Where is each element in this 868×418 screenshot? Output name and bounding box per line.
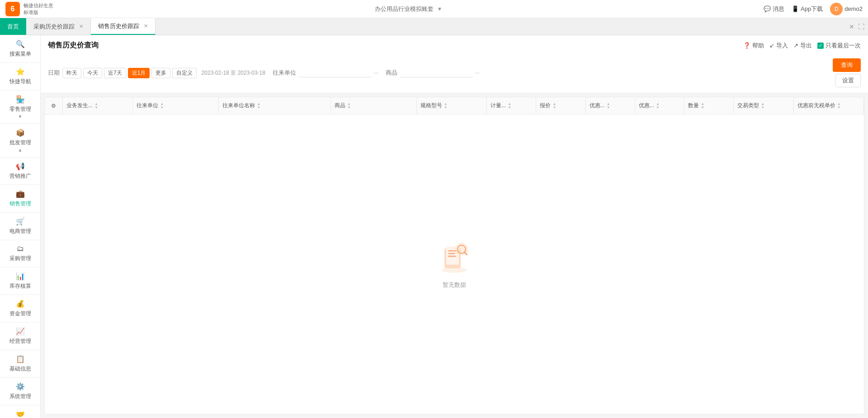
- sidebar-item-sales-mgmt[interactable]: 💼 销售管理: [0, 185, 40, 213]
- date-buttons: 昨天 今天 近7天 近1月 更多 自定义: [62, 68, 197, 78]
- main-layout: 🔍 搜索菜单 ⭐ 快捷导航 🏪 零售管理 ▼ 📦 批发管理 ▲ 📢 营销推广 💼…: [0, 35, 868, 418]
- date-yesterday[interactable]: 昨天: [62, 68, 81, 78]
- sidebar-purchase-label: 采购管理: [9, 255, 31, 262]
- sidebar-inventory-label: 库存核算: [9, 282, 31, 290]
- ecommerce-icon: 🛒: [16, 217, 25, 226]
- tab-bar: 首页 采购历史价跟踪 ✕ 销售历史价跟踪 ✕ ✕ ⛶: [0, 18, 868, 35]
- th-notax-price[interactable]: 优惠前无税单价 ▲▼: [794, 97, 864, 114]
- message-button[interactable]: 💬 消息: [764, 5, 784, 13]
- basic-icon: 📋: [16, 355, 25, 363]
- header-right: 💬 消息 📱 App下载 D demo2: [764, 3, 863, 15]
- sidebar-item-retail[interactable]: 🏪 零售管理 ▼: [0, 90, 40, 124]
- th-price[interactable]: 报价 ▲▼: [536, 97, 585, 114]
- tab-home[interactable]: 首页: [0, 18, 26, 35]
- wholesale-icon: 📦: [16, 128, 25, 137]
- svg-rect-5: [448, 256, 456, 257]
- only-last-checkbox[interactable]: ✓ 只看最后一次: [817, 42, 861, 50]
- date-1month[interactable]: 近1月: [128, 68, 150, 78]
- checkbox-checked-icon: ✓: [817, 43, 824, 49]
- product-filter-label: 商品: [386, 69, 397, 77]
- th-settings[interactable]: ⚙: [45, 97, 63, 114]
- page-actions: ❓ 帮助 ↙ 导入 ↗ 导出 ✓ 只看最后一次: [743, 42, 861, 50]
- th-product[interactable]: 商品 ▲▼: [331, 97, 417, 114]
- purchase-history-tab-label: 采购历史价跟踪: [33, 23, 75, 31]
- tab-close-all-icon[interactable]: ✕: [849, 23, 854, 30]
- enterprise-icon: 🤝: [16, 410, 25, 418]
- sidebar-item-business[interactable]: 📈 经营管理: [0, 323, 40, 350]
- search-icon: 🔍: [16, 40, 25, 48]
- sidebar-item-search[interactable]: 🔍 搜索菜单: [0, 35, 40, 63]
- date-range-text: 2023-02-18 至 2023-03-18: [201, 69, 265, 77]
- th-disc2[interactable]: 优惠... ▲▼: [635, 97, 684, 114]
- business-icon: 📈: [16, 327, 25, 336]
- tab-purchase-close-icon[interactable]: ✕: [79, 24, 83, 29]
- account-dropdown-icon[interactable]: ▼: [437, 6, 443, 12]
- sidebar-item-ecommerce[interactable]: 🛒 电商管理: [0, 213, 40, 240]
- page-header: 销售历史价查询 ❓ 帮助 ↙ 导入 ↗ 导出 ✓: [41, 35, 868, 93]
- tab-sales-history[interactable]: 销售历史价跟踪 ✕: [91, 18, 156, 35]
- sort-disc2-icon: ▲▼: [656, 102, 660, 109]
- retail-arrow-icon: ▼: [18, 114, 23, 119]
- date-filter-label: 日期: [48, 69, 60, 77]
- date-7days[interactable]: 近7天: [104, 68, 126, 78]
- phone-icon: 📱: [792, 5, 799, 12]
- finance-icon: 💰: [16, 299, 25, 308]
- export-button[interactable]: ↗ 导出: [793, 42, 812, 50]
- th-partner-name[interactable]: 往来单位名称 ▲▼: [219, 97, 331, 114]
- logo-text: 畅捷信好生意 标准版: [24, 2, 53, 15]
- th-partner[interactable]: 往来单位 ▲▼: [133, 97, 219, 114]
- sort-unit-icon: ▲▼: [508, 102, 511, 109]
- settings-button[interactable]: 设置: [835, 74, 861, 87]
- sidebar-item-basic[interactable]: 📋 基础信息: [0, 350, 40, 378]
- help-button[interactable]: ❓ 帮助: [743, 42, 764, 50]
- sidebar-item-enterprise[interactable]: 🤝 企业协同: [0, 405, 40, 418]
- import-button[interactable]: ↙ 导入: [769, 42, 788, 50]
- partner-input[interactable]: [299, 68, 371, 77]
- sort-product-icon: ▲▼: [347, 102, 351, 109]
- th-disc1[interactable]: 优惠... ▲▼: [586, 97, 635, 114]
- date-filter: 日期 昨天 今天 近7天 近1月 更多 自定义 2023-02-18 至 202…: [48, 68, 265, 78]
- date-more[interactable]: 更多: [151, 68, 170, 78]
- top-header: 6 畅捷信好生意 标准版 办公用品行业模拟账套 ▼ 💬 消息 📱 App下载 D…: [0, 0, 868, 18]
- tab-expand-icon[interactable]: ⛶: [858, 23, 864, 30]
- th-biz-date[interactable]: 业务发生... ▲▼: [63, 97, 133, 114]
- th-unit[interactable]: 计量... ▲▼: [487, 97, 536, 114]
- sidebar-item-wholesale[interactable]: 📦 批发管理 ▲: [0, 124, 40, 157]
- page-title: 销售历史价查询: [48, 41, 99, 50]
- sidebar-marketing-label: 营销推广: [9, 172, 31, 180]
- sort-partner-icon: ▲▼: [160, 102, 164, 109]
- header-center: 办公用品行业模拟账套 ▼: [375, 5, 443, 13]
- account-name[interactable]: 办公用品行业模拟账套: [375, 5, 434, 13]
- marketing-icon: 📢: [16, 162, 25, 171]
- inventory-icon: 📊: [16, 272, 25, 280]
- page-title-row: 销售历史价查询 ❓ 帮助 ↙ 导入 ↗ 导出 ✓: [48, 41, 861, 50]
- sidebar-item-finance[interactable]: 💰 资金管理: [0, 295, 40, 323]
- th-spec[interactable]: 规格型号 ▲▼: [417, 97, 487, 114]
- sidebar-retail-label: 零售管理: [9, 105, 31, 113]
- sidebar-item-purchase[interactable]: 🗂 采购管理: [0, 240, 40, 267]
- product-input[interactable]: [400, 68, 472, 77]
- sidebar-item-inventory[interactable]: 📊 库存核算: [0, 267, 40, 295]
- th-qty[interactable]: 数量 ▲▼: [684, 97, 734, 114]
- sales-history-tab-label: 销售历史价跟踪: [98, 22, 139, 30]
- th-trade-type[interactable]: 交易类型 ▲▼: [734, 97, 793, 114]
- app-download-button[interactable]: 📱 App下载: [792, 5, 823, 13]
- sort-partner-name-icon: ▲▼: [257, 102, 260, 109]
- sidebar-item-system[interactable]: ⚙️ 系统管理: [0, 378, 40, 405]
- date-today[interactable]: 今天: [83, 68, 102, 78]
- sidebar-item-marketing[interactable]: 📢 营销推广: [0, 157, 40, 185]
- message-icon: 💬: [764, 5, 771, 12]
- retail-icon: 🏪: [16, 95, 25, 104]
- sort-biz-date-icon: ▲▼: [94, 102, 98, 109]
- user-profile[interactable]: D demo2: [830, 3, 863, 15]
- date-custom[interactable]: 自定义: [172, 68, 197, 78]
- tab-purchase-history[interactable]: 采购历史价跟踪 ✕: [26, 18, 91, 35]
- sidebar-finance-label: 资金管理: [9, 310, 31, 318]
- logo-area: 6 畅捷信好生意 标准版: [5, 2, 53, 16]
- quick-nav-icon: ⭐: [16, 67, 25, 76]
- product-picker-icon[interactable]: ···: [475, 70, 480, 76]
- sidebar-item-quick-nav[interactable]: ⭐ 快捷导航: [0, 63, 40, 90]
- tab-sales-close-icon[interactable]: ✕: [144, 23, 148, 29]
- query-button[interactable]: 查询: [833, 58, 861, 72]
- partner-picker-icon[interactable]: ···: [374, 70, 378, 76]
